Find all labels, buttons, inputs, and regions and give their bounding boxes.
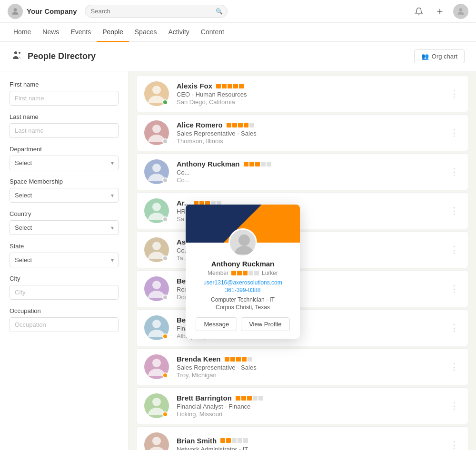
star-icon [238,123,243,127]
first-name-input[interactable] [10,91,119,106]
popup-avatar [228,228,257,257]
person-status-indicator [162,333,168,339]
person-status-indicator [162,99,168,105]
filter-city: City [10,275,119,300]
state-select-wrap: Select [10,253,119,267]
popup-role-sub: Lurker [262,270,278,276]
company-logo[interactable]: Your Company [8,4,77,19]
filter-last-name: Last name [10,113,119,138]
star-icon [227,123,231,127]
last-name-input[interactable] [10,123,119,138]
person-status-indicator [162,294,168,300]
svg-point-11 [152,281,161,289]
star-icon [228,84,232,88]
more-options-icon[interactable]: ⋮ [448,282,460,296]
more-options-icon[interactable]: ⋮ [448,204,460,218]
more-options-icon[interactable]: ⋮ [448,126,460,140]
more-options-icon[interactable]: ⋮ [448,399,460,413]
person-stars [220,438,248,443]
add-icon[interactable] [432,4,447,19]
more-options-icon[interactable]: ⋮ [448,360,460,374]
star-icon [249,123,254,127]
list-item[interactable]: Anthony Ruckman Co... Co... ⋮ [136,153,468,190]
person-name: Alice Romero [177,121,223,129]
person-avatar-wrap [144,354,169,379]
space-membership-label: Space Membership [10,178,119,185]
topbar: Your Company 🔍 [0,0,476,23]
more-options-icon[interactable]: ⋮ [448,165,460,179]
list-item[interactable]: Brian Smith Network Administrator - IT ⋮ [136,426,468,450]
popup-actions: Message View Profile [193,317,292,331]
popup-body: Anthony Ruckman Member Lurker user1316@a… [186,243,300,339]
nav-home[interactable]: Home [8,23,37,42]
search-bar[interactable]: 🔍 [85,5,228,18]
country-select-wrap: Select [10,220,119,235]
more-options-icon[interactable]: ⋮ [448,87,460,101]
person-location: Troy, Michigan [177,372,448,379]
popup-phone[interactable]: 361-399-0388 [193,287,292,293]
svg-point-6 [152,86,161,94]
person-info: Brenda Keen Sales Representative - Sales… [177,355,448,379]
person-stars [244,162,271,166]
list-item[interactable]: Alexis Fox CEO - Human Resources San Die… [136,75,468,112]
svg-point-16 [238,235,250,246]
city-input[interactable] [10,285,119,300]
person-status-indicator [162,255,168,261]
nav-content[interactable]: Content [195,23,230,42]
state-select[interactable]: Select [10,253,119,267]
more-options-icon[interactable]: ⋮ [448,321,460,335]
person-location: San Diego, California [177,98,448,106]
star-icon [232,123,237,127]
star-icon [216,84,221,88]
nav-events[interactable]: Events [65,23,97,42]
person-avatar-wrap [144,432,169,450]
view-profile-button[interactable]: View Profile [241,317,289,331]
department-select-wrap: Select [10,156,119,170]
star-icon [248,271,253,275]
person-avatar-wrap [144,315,169,340]
nav-spaces[interactable]: Spaces [129,23,163,42]
person-status-indicator [162,177,168,183]
svg-point-0 [14,8,17,11]
message-button[interactable]: Message [196,317,237,331]
svg-point-13 [152,359,161,367]
space-membership-select[interactable]: Select [10,188,119,203]
list-item[interactable]: Brett Barrington Financial Analyst - Fin… [136,387,468,424]
popup-email[interactable]: user1316@axerosolutions.com [193,279,292,286]
popup-banner [186,205,300,243]
person-location: Thomson, Illinois [177,137,448,145]
star-icon [242,357,247,362]
star-icon [237,271,242,275]
nav-news[interactable]: News [37,23,65,42]
nav-people[interactable]: People [97,23,129,42]
person-avatar-wrap [144,237,169,262]
filter-state: State Select [10,243,119,267]
list-item[interactable]: Alice Romero Sales Representative - Sale… [136,114,468,151]
star-icon [225,357,229,362]
nav-activity[interactable]: Activity [162,23,195,42]
more-options-icon[interactable]: ⋮ [448,438,460,450]
star-icon [239,84,244,88]
person-stars [236,396,263,401]
country-label: Country [10,210,119,217]
svg-point-5 [19,52,20,54]
person-name-row: Anthony Ruckman [177,160,448,168]
star-icon [244,123,248,127]
user-avatar[interactable] [453,4,468,19]
person-stars [225,357,252,362]
search-input[interactable] [85,5,228,18]
svg-point-10 [152,242,161,250]
country-select[interactable]: Select [10,220,119,235]
department-select[interactable]: Select [10,156,119,170]
org-chart-button[interactable]: 👥 Org chart [414,49,465,63]
star-icon [258,396,263,401]
more-options-icon[interactable]: ⋮ [448,243,460,257]
notifications-icon[interactable] [411,4,426,19]
svg-point-7 [152,125,161,133]
star-icon [253,396,258,401]
person-avatar-wrap [144,276,169,301]
star-icon [249,162,254,166]
person-status-indicator [162,411,168,417]
occupation-input[interactable] [10,317,119,332]
list-item[interactable]: Brenda Keen Sales Representative - Sales… [136,348,468,385]
